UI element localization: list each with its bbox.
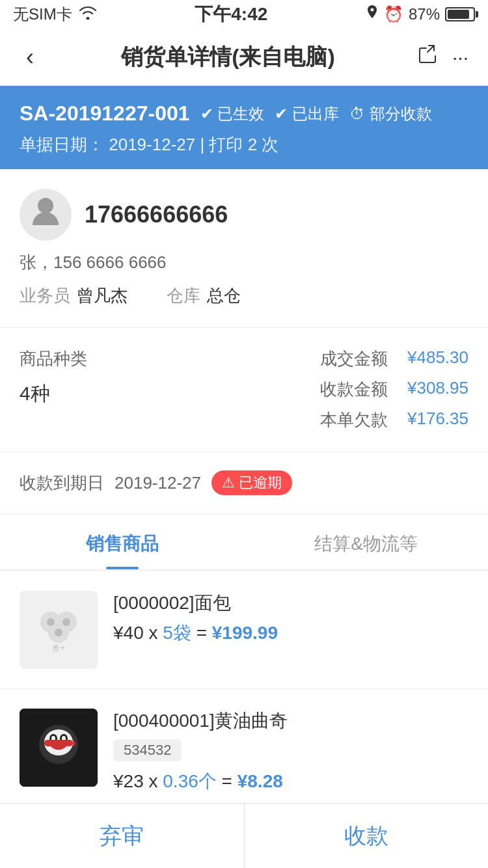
product-item-2: [000400001]黄油曲奇 534532 ¥23 x 0.36个 = ¥8.… xyxy=(0,689,488,814)
product-price-2: ¥23 x 0.36个 = ¥8.28 xyxy=(113,769,468,794)
customer-sub-info: 张，156 6666 6666 xyxy=(20,251,468,274)
due-date-value: 2019-12-27 xyxy=(115,473,201,493)
owed-amount-row: 本单欠款 ¥176.35 xyxy=(320,409,468,431)
svg-point-5 xyxy=(62,618,70,626)
date-label: 单据日期： xyxy=(20,135,104,154)
product-type-count: 4种 xyxy=(20,383,50,404)
product-total-2: ¥8.28 xyxy=(237,771,283,791)
tab-products-label: 销售商品 xyxy=(86,534,159,554)
customer-info: 业务员 曾凡杰 仓库 总仓 xyxy=(20,284,468,307)
avatar-icon xyxy=(26,191,65,238)
product-info-1: [0000002]面包 ¥40 x 5袋 = ¥199.99 xyxy=(113,591,468,645)
overdue-text: 已逾期 xyxy=(239,473,282,493)
owed-label: 本单欠款 xyxy=(320,409,388,431)
status-bar: 无SIM卡 下午4:42 ⏰ 87% xyxy=(0,0,488,29)
tabs: 销售商品 结算&物流等 xyxy=(0,515,488,570)
warehouse-info: 仓库 总仓 xyxy=(167,284,241,307)
warehouse-value: 总仓 xyxy=(207,284,241,307)
status-left: 无SIM卡 xyxy=(13,4,97,25)
svg-rect-15 xyxy=(44,740,73,746)
product-type-label: 商品种类 xyxy=(20,347,87,370)
due-section: 收款到期日 2019-12-27 ⚠ 已逾期 xyxy=(0,452,488,513)
tab-products[interactable]: 销售商品 xyxy=(0,515,244,569)
product-image-2 xyxy=(20,709,98,787)
svg-point-6 xyxy=(55,629,62,636)
svg-text:兽+: 兽+ xyxy=(52,644,64,653)
svg-point-0 xyxy=(38,198,53,213)
status-shipped: ✔ 已出库 xyxy=(275,103,339,124)
deal-label: 成交金额 xyxy=(320,347,388,370)
products-section: 兽+ [0000002]面包 ¥40 x 5袋 = ¥199.99 xyxy=(0,571,488,814)
status-time: 下午4:42 xyxy=(195,2,267,27)
collect-payment-button[interactable]: 收款 xyxy=(245,804,489,868)
product-name-2: [000400001]黄油曲奇 xyxy=(113,709,468,733)
product-qty-2: 0.36个 xyxy=(163,771,217,791)
deal-amount: ¥485.30 xyxy=(407,347,468,370)
product-unit-price-1: ¥40 xyxy=(113,623,144,643)
product-image-1: 兽+ xyxy=(20,591,98,669)
overdue-icon: ⚠ xyxy=(222,474,235,491)
customer-section: 17666666666 张，156 6666 6666 业务员 曾凡杰 仓库 总… xyxy=(0,169,488,327)
product-info-2: [000400001]黄油曲奇 534532 ¥23 x 0.36个 = ¥8.… xyxy=(113,709,468,794)
nav-actions: ··· xyxy=(416,43,468,71)
status-effective: ✔ 已生效 xyxy=(200,103,265,124)
bottom-bar: 弃审 收款 xyxy=(0,803,488,868)
date-value: 2019-12-27 xyxy=(109,135,195,154)
product-item: 兽+ [0000002]面包 ¥40 x 5袋 = ¥199.99 xyxy=(0,571,488,689)
sim-status: 无SIM卡 xyxy=(13,4,72,25)
salesperson-info: 业务员 曾凡杰 xyxy=(20,284,128,307)
summary-right: 成交金额 ¥485.30 收款金额 ¥308.95 本单欠款 ¥176.35 xyxy=(320,347,468,431)
product-placeholder-1: 兽+ xyxy=(20,591,98,669)
status-partial-payment: ⏱ 部分收款 xyxy=(349,103,432,124)
tab-settlement-label: 结算&物流等 xyxy=(314,534,418,554)
salesperson-value: 曾凡杰 xyxy=(77,284,128,307)
order-date: 单据日期： 2019-12-27 | 打印 2 次 xyxy=(20,133,468,156)
tabs-section: 销售商品 结算&物流等 xyxy=(0,515,488,570)
location-icon xyxy=(366,5,379,23)
battery-icon xyxy=(445,7,475,21)
reject-label: 弃审 xyxy=(100,821,144,851)
deal-amount-row: 成交金额 ¥485.30 xyxy=(320,347,468,370)
alarm-icon: ⏰ xyxy=(384,5,403,23)
summary-section: 商品种类 4种 成交金额 ¥485.30 收款金额 ¥308.95 本单欠款 ¥… xyxy=(0,328,488,451)
battery-percent: 87% xyxy=(409,5,440,23)
owed-amount: ¥176.35 xyxy=(407,409,468,431)
received-label: 收款金额 xyxy=(320,378,388,401)
more-icon[interactable]: ··· xyxy=(452,46,468,68)
product-unit-price-2: ¥23 xyxy=(113,771,144,791)
warehouse-label: 仓库 xyxy=(167,284,200,307)
product-name-1: [0000002]面包 xyxy=(113,591,468,616)
customer-phone: 17666666666 xyxy=(85,201,228,228)
received-amount-row: 收款金额 ¥308.95 xyxy=(320,378,468,401)
product-qty-1: 5袋 xyxy=(163,623,191,643)
svg-point-4 xyxy=(47,618,55,626)
page-title: 销货单详情(来自电脑) xyxy=(121,42,335,72)
status-right: ⏰ 87% xyxy=(366,5,475,23)
product-price-1: ¥40 x 5袋 = ¥199.99 xyxy=(113,621,468,645)
tab-settlement[interactable]: 结算&物流等 xyxy=(244,515,488,569)
order-header: SA-20191227-001 ✔ 已生效 ✔ 已出库 ⏱ 部分收款 单据日期：… xyxy=(0,86,488,169)
received-amount: ¥308.95 xyxy=(407,378,468,401)
share-icon[interactable] xyxy=(416,43,439,71)
print-info: | 打印 2 次 xyxy=(200,135,278,154)
avatar xyxy=(20,189,72,241)
overdue-badge: ⚠ 已逾期 xyxy=(211,470,292,495)
wifi-icon xyxy=(79,5,97,23)
product-total-1: ¥199.99 xyxy=(212,623,278,643)
order-id: SA-20191227-001 xyxy=(20,102,190,126)
nav-bar: ‹ 销货单详情(来自电脑) ··· xyxy=(0,29,488,86)
collect-label: 收款 xyxy=(344,821,388,851)
product-sku-2: 534532 xyxy=(113,739,468,769)
back-button[interactable]: ‹ xyxy=(20,37,40,77)
salesperson-label: 业务员 xyxy=(20,284,70,307)
summary-left: 商品种类 4种 xyxy=(20,347,87,431)
due-label: 收款到期日 xyxy=(20,472,104,495)
reject-button[interactable]: 弃审 xyxy=(0,804,245,868)
